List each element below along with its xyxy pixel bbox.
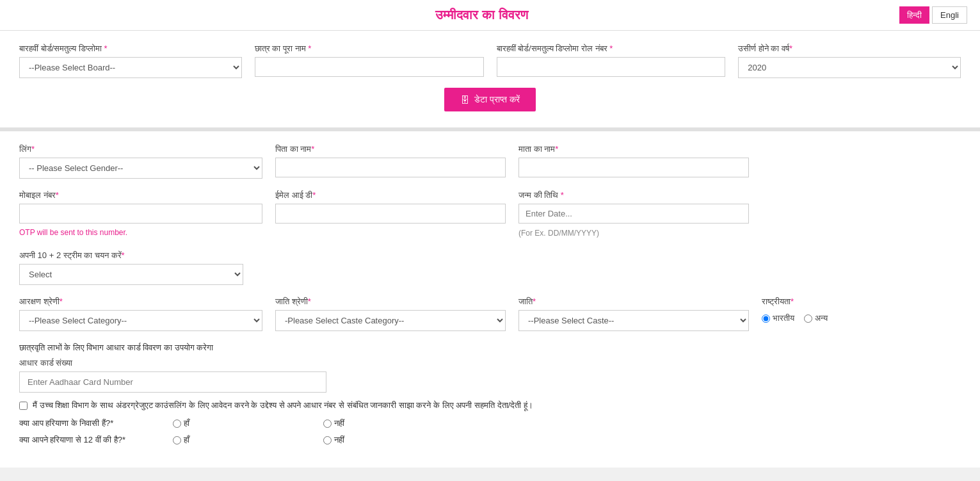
row-category-caste-nationality: आरक्षण श्रेणी* --Please Select Category-… — [19, 297, 961, 331]
nationality-group: राष्ट्रीयता* भारतीय अन्य — [762, 297, 922, 323]
haryana-resident-yes-radio[interactable] — [173, 420, 181, 428]
row-gender-parents: लिंग* -- Please Select Gender-- पुरुष मह… — [19, 144, 961, 179]
mother-name-label: माता का नाम* — [518, 144, 749, 154]
pass-year-select[interactable]: 2018 2019 2020 2021 2022 — [738, 57, 961, 78]
nationality-other-label[interactable]: अन्य — [804, 313, 828, 323]
hindi-lang-button[interactable]: हिन्दी — [899, 6, 929, 24]
mother-name-group: माता का नाम* — [518, 144, 749, 177]
dob-input[interactable] — [518, 204, 749, 224]
row-contact-dob-stream: मोबाइल नंबर* OTP will be sent to this nu… — [19, 190, 961, 285]
category-select[interactable]: --Please Select Category-- General OBC S… — [19, 310, 262, 331]
scholarship-note: छात्रवृति लाभों के लिए विभाग आधार कार्ड … — [19, 343, 961, 353]
stream-group: अपनी 10 + 2 स्ट्रीम का चयन करें* Select … — [19, 250, 243, 285]
nationality-indian-radio[interactable] — [762, 314, 770, 323]
stream-select[interactable]: Select Science Commerce Arts — [19, 264, 243, 285]
student-name-input[interactable] — [255, 57, 484, 77]
nationality-indian-label[interactable]: भारतीय — [762, 313, 794, 323]
father-name-label: पिता का नाम* — [275, 144, 506, 154]
student-name-group: छात्र का पूरा नाम * — [255, 44, 484, 77]
gender-group: लिंग* -- Please Select Gender-- पुरुष मह… — [19, 144, 262, 179]
twelve-haryana-no-radio[interactable] — [323, 436, 332, 444]
haryana-resident-no-label[interactable]: नहीं — [323, 418, 464, 428]
nationality-label: राष्ट्रीयता* — [762, 297, 922, 307]
fetch-btn-row: 🗄 डेटा प्राप्त करें — [19, 88, 961, 111]
consent-checkbox[interactable] — [19, 402, 28, 410]
caste-select[interactable]: --Please Select Caste-- — [518, 310, 749, 331]
category-group: आरक्षण श्रेणी* --Please Select Category-… — [19, 297, 262, 331]
mobile-group: मोबाइल नंबर* OTP will be sent to this nu… — [19, 190, 262, 237]
top-bar: उम्मीदवार का विवरण हिन्दी Engli — [0, 0, 980, 31]
twelve-haryana-radio-group: हाँ नहीं — [173, 435, 464, 445]
caste-category-label: जाति श्रेणी* — [275, 297, 506, 307]
aadhaar-section: आधार कार्ड संख्या — [19, 358, 961, 393]
fetch-data-button[interactable]: 🗄 डेटा प्राप्त करें — [444, 88, 536, 111]
twelve-haryana-label: क्या आपने हरियाणा से 12 वीं की है?* — [19, 435, 160, 445]
english-lang-button[interactable]: Engli — [932, 6, 967, 24]
twelve-haryana-yes-radio[interactable] — [173, 436, 181, 444]
twelve-haryana-no-label[interactable]: नहीं — [323, 435, 464, 445]
board-row: बारहवीं बोर्ड/समतुल्य डिप्लोमा * --Pleas… — [19, 44, 961, 78]
haryana-resident-yes-label[interactable]: हाँ — [173, 418, 314, 428]
roll-number-input[interactable] — [497, 57, 726, 77]
mobile-input[interactable] — [19, 204, 262, 224]
roll-number-group: बारहवीं बोर्ड/समतुल्य डिप्लोमा रोल नंबर … — [497, 44, 726, 77]
mobile-label: मोबाइल नंबर* — [19, 190, 262, 200]
student-name-label: छात्र का पूरा नाम * — [255, 44, 484, 54]
pass-year-label: उसीर्ण होने का वर्ष* — [738, 44, 961, 54]
consent-text: मैं उच्च शिक्षा विभाग के साथ अंडरग्रेजुए… — [33, 400, 533, 411]
board-select[interactable]: --Please Select Board-- CBSE ICSE State … — [19, 57, 242, 78]
language-switcher: हिन्दी Engli — [899, 6, 967, 24]
caste-group: जाति* --Please Select Caste-- — [518, 297, 749, 331]
gender-label: लिंग* — [19, 144, 262, 154]
section-candidate-details: लिंग* -- Please Select Gender-- पुरुष मह… — [0, 131, 980, 468]
nationality-radio-group: भारतीय अन्य — [762, 313, 922, 323]
roll-number-label: बारहवीं बोर्ड/समतुल्य डिप्लोमा रोल नंबर … — [497, 44, 726, 54]
father-name-group: पिता का नाम* — [275, 144, 506, 177]
twelve-haryana-yes-label[interactable]: हाँ — [173, 435, 314, 445]
dob-label: जन्म की तिथि * — [518, 190, 749, 200]
consent-row: मैं उच्च शिक्षा विभाग के साथ अंडरग्रेजुए… — [19, 400, 961, 411]
page-title: उम्मीदवार का विवरण — [64, 8, 899, 22]
mother-name-input[interactable] — [518, 158, 749, 177]
aadhaar-label: आधार कार्ड संख्या — [19, 358, 961, 368]
dob-hint: (For Ex. DD/MM/YYYY) — [518, 229, 749, 238]
otp-note: OTP will be sent to this number. — [19, 228, 262, 237]
email-label: ईमेल आई डी* — [275, 190, 506, 200]
haryana-resident-label: क्या आप हरियाणा के निवासी हैं?* — [19, 418, 160, 428]
email-input[interactable] — [275, 204, 506, 224]
father-name-input[interactable] — [275, 158, 506, 177]
twelve-haryana-row: क्या आपने हरियाणा से 12 वीं की है?* हाँ … — [19, 435, 961, 445]
email-group: ईमेल आई डी* — [275, 190, 506, 224]
aadhaar-input[interactable] — [19, 371, 326, 393]
caste-label: जाति* — [518, 297, 749, 307]
category-label: आरक्षण श्रेणी* — [19, 297, 262, 307]
caste-category-group: जाति श्रेणी* -Please Select Caste Catego… — [275, 297, 506, 331]
haryana-resident-radio-group: हाँ नहीं — [173, 418, 464, 428]
haryana-resident-no-radio[interactable] — [323, 420, 332, 428]
pass-year-group: उसीर्ण होने का वर्ष* 2018 2019 2020 2021… — [738, 44, 961, 78]
section-board-info: बारहवीं बोर्ड/समतुल्य डिप्लोमा * --Pleas… — [0, 31, 980, 131]
dob-group: जन्म की तिथि * (For Ex. DD/MM/YYYY) — [518, 190, 749, 238]
caste-category-select[interactable]: -Please Select Caste Category-- A B C D — [275, 310, 506, 331]
gender-select[interactable]: -- Please Select Gender-- पुरुष महिला अन… — [19, 158, 262, 179]
nationality-other-radio[interactable] — [804, 314, 812, 323]
stream-label: अपनी 10 + 2 स्ट्रीम का चयन करें* — [19, 250, 243, 261]
haryana-resident-row: क्या आप हरियाणा के निवासी हैं?* हाँ नहीं — [19, 418, 961, 428]
board-label: बारहवीं बोर्ड/समतुल्य डिप्लोमा * — [19, 44, 242, 54]
database-icon: 🗄 — [460, 95, 469, 105]
board-group: बारहवीं बोर्ड/समतुल्य डिप्लोमा * --Pleas… — [19, 44, 242, 78]
